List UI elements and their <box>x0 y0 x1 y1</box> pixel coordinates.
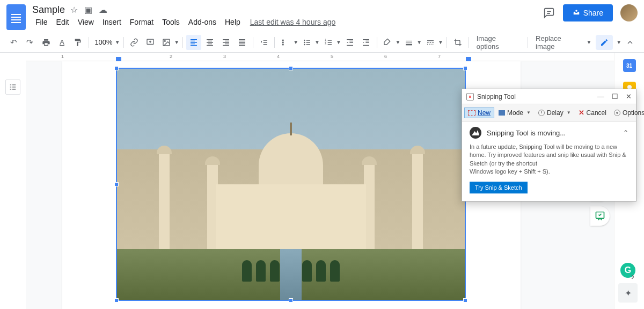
menu-format[interactable]: Format <box>127 17 157 27</box>
document-title[interactable]: Sample <box>32 4 65 16</box>
snipping-description: In a future update, Snipping Tool will b… <box>470 143 628 176</box>
snipping-toolbar: New Mode ▼ Delay ▼ ✕ Cancel Options <box>462 104 636 121</box>
chevron-down-icon[interactable]: ▼ <box>293 39 298 45</box>
outline-toggle-icon[interactable] <box>5 80 20 95</box>
menu-view[interactable]: View <box>75 17 97 27</box>
redo-icon[interactable]: ↷ <box>23 35 38 50</box>
user-avatar[interactable] <box>620 4 638 21</box>
ruler-indent-marker[interactable] <box>116 57 121 61</box>
paint-format-icon[interactable] <box>71 35 86 50</box>
explore-icon[interactable]: ✦ <box>618 283 638 303</box>
link-icon[interactable] <box>127 35 142 50</box>
chevron-down-icon[interactable]: ▼ <box>416 39 422 45</box>
last-edit-link[interactable]: Last edit was 4 hours ago <box>250 18 336 26</box>
chevron-down-icon[interactable]: ▼ <box>616 39 621 45</box>
chevron-down-icon[interactable]: ▼ <box>314 39 320 45</box>
menu-file[interactable]: File <box>32 17 51 27</box>
ruler-mark: 3 <box>223 54 226 59</box>
image-content <box>117 69 465 300</box>
try-snip-sketch-button[interactable]: Try Snip & Sketch <box>470 182 528 193</box>
minimize-icon[interactable]: — <box>597 92 604 100</box>
maximize-icon[interactable]: ☐ <box>612 92 618 100</box>
resize-handle-bm[interactable] <box>289 298 293 303</box>
snip-delay-button[interactable]: Delay ▼ <box>535 108 574 118</box>
chevron-down-icon[interactable]: ▼ <box>586 39 591 45</box>
menu-tools[interactable]: Tools <box>159 17 183 27</box>
ruler-mark: 2 <box>170 54 172 59</box>
star-icon[interactable]: ☆ <box>70 5 78 15</box>
snip-options-button[interactable]: Options <box>611 108 644 118</box>
image-insert-icon[interactable] <box>159 35 174 50</box>
border-color-icon[interactable] <box>380 35 396 50</box>
menu-insert[interactable]: Insert <box>99 17 125 27</box>
collapse-toolbar-icon[interactable] <box>623 35 638 50</box>
scissors-icon <box>468 110 475 116</box>
indent-icon[interactable] <box>358 35 374 50</box>
svg-rect-29 <box>10 89 11 90</box>
snip-new-button[interactable]: New <box>464 107 494 118</box>
border-dash-icon[interactable] <box>423 35 438 50</box>
side-panel-toggle-icon[interactable]: › <box>631 271 634 282</box>
zoom-select[interactable]: 100% <box>92 38 114 46</box>
crop-icon[interactable] <box>450 35 465 50</box>
image-options-button[interactable]: Image options <box>472 34 524 51</box>
spellcheck-icon[interactable]: A <box>55 35 70 50</box>
landscape-icon <box>470 127 481 139</box>
chevron-down-icon[interactable]: ▼ <box>395 39 400 45</box>
chevron-down-icon[interactable]: ▼ <box>526 110 531 115</box>
resize-handle-tl[interactable] <box>114 66 119 70</box>
svg-rect-28 <box>10 87 11 87</box>
print-icon[interactable] <box>39 35 54 50</box>
ruler-mark: 4 <box>277 54 280 59</box>
chevron-up-icon[interactable]: ⌃ <box>623 129 628 136</box>
horizontal-ruler[interactable]: 1 2 3 4 5 6 7 <box>26 53 614 61</box>
docs-logo-icon[interactable] <box>6 4 26 30</box>
resize-handle-br[interactable] <box>463 298 467 303</box>
snip-mode-button[interactable]: Mode ▼ <box>495 108 534 118</box>
align-center-icon[interactable] <box>202 35 217 50</box>
resize-handle-ml[interactable] <box>114 182 119 186</box>
clock-icon <box>538 110 545 116</box>
snipping-titlebar[interactable]: Snipping Tool — ☐ ✕ <box>462 89 636 104</box>
menu-edit[interactable]: Edit <box>53 17 72 27</box>
left-rail <box>0 53 26 309</box>
replace-image-button[interactable]: Replace image <box>531 34 586 51</box>
chevron-down-icon[interactable]: ▼ <box>567 110 571 115</box>
close-icon[interactable]: ✕ <box>626 92 632 100</box>
selected-image[interactable] <box>116 68 466 301</box>
numbered-list-icon[interactable]: 123 <box>321 35 336 50</box>
cloud-status-icon[interactable]: ☁ <box>99 5 107 15</box>
align-right-icon[interactable] <box>218 35 233 50</box>
resize-handle-bl[interactable] <box>114 298 119 303</box>
svg-rect-16 <box>406 40 412 40</box>
align-justify-icon[interactable] <box>235 35 250 50</box>
chevron-down-icon[interactable]: ▼ <box>438 39 443 45</box>
chevron-down-icon[interactable]: ▼ <box>115 39 120 45</box>
snip-cancel-button[interactable]: ✕ Cancel <box>575 107 610 118</box>
comments-icon[interactable] <box>543 6 555 19</box>
svg-rect-25 <box>431 44 431 44</box>
outdent-icon[interactable] <box>342 35 357 50</box>
chevron-down-icon[interactable]: ▼ <box>174 39 179 45</box>
calendar-icon[interactable]: 31 <box>623 59 636 72</box>
align-left-icon[interactable] <box>186 35 201 50</box>
comment-add-icon[interactable] <box>143 35 158 50</box>
editing-mode-button[interactable] <box>596 35 613 50</box>
menu-help[interactable]: Help <box>222 17 244 27</box>
checklist-icon[interactable] <box>278 35 293 50</box>
page[interactable] <box>62 61 521 309</box>
snipping-tool-window[interactable]: Snipping Tool — ☐ ✕ New Mode ▼ Delay ▼ ✕… <box>462 89 636 202</box>
border-weight-icon[interactable] <box>401 35 416 50</box>
line-spacing-icon[interactable] <box>257 35 272 50</box>
chevron-down-icon[interactable]: ▼ <box>336 39 341 45</box>
move-icon[interactable]: ▣ <box>84 5 92 15</box>
share-button[interactable]: Share <box>563 4 613 21</box>
ruler-indent-marker[interactable] <box>466 57 471 61</box>
resize-handle-tr[interactable] <box>463 66 467 70</box>
bullet-list-icon[interactable] <box>299 35 314 50</box>
resize-handle-tm[interactable] <box>289 66 293 70</box>
suggest-edit-icon[interactable] <box>590 206 610 226</box>
svg-rect-9 <box>282 44 284 45</box>
menu-addons[interactable]: Add-ons <box>185 17 219 27</box>
undo-icon[interactable]: ↶ <box>6 35 21 50</box>
